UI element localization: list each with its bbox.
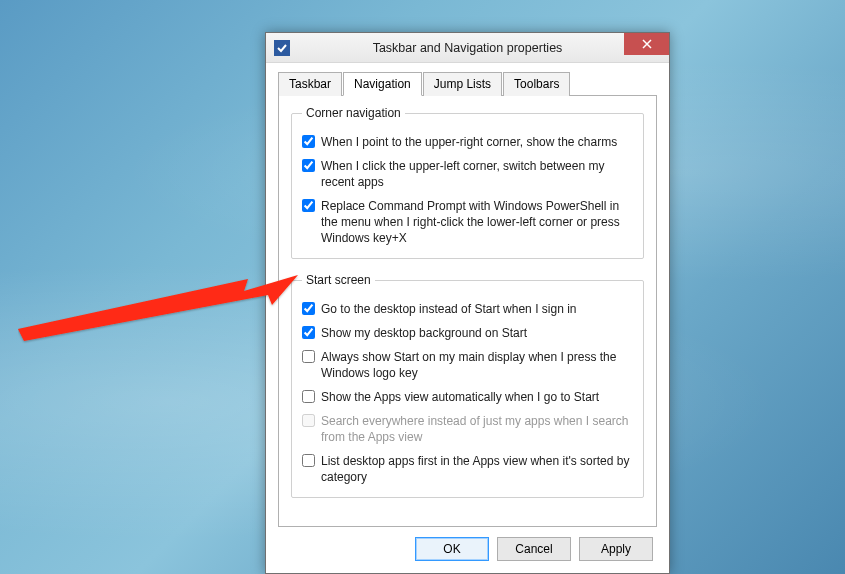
checkbox-desktop-bg-on-start[interactable] [302, 326, 315, 339]
option-recent-apps[interactable]: When I click the upper-left corner, swit… [302, 158, 633, 190]
checkbox-desktop-on-signin[interactable] [302, 302, 315, 315]
checkbox-search-everywhere [302, 414, 315, 427]
option-label: Go to the desktop instead of Start when … [321, 301, 577, 317]
ok-button[interactable]: OK [415, 537, 489, 561]
option-desktop-on-signin[interactable]: Go to the desktop instead of Start when … [302, 301, 633, 317]
option-label: When I click the upper-left corner, swit… [321, 158, 633, 190]
checkbox-apps-view-auto[interactable] [302, 390, 315, 403]
checkbox-list-desktop-first[interactable] [302, 454, 315, 467]
group-legend: Start screen [302, 273, 375, 287]
tab-toolbars[interactable]: Toolbars [503, 72, 570, 96]
option-start-main-display[interactable]: Always show Start on my main display whe… [302, 349, 633, 381]
option-apps-view-auto[interactable]: Show the Apps view automatically when I … [302, 389, 633, 405]
group-legend: Corner navigation [302, 106, 405, 120]
group-corner-navigation: Corner navigation When I point to the up… [291, 106, 644, 259]
checkbox-recent-apps[interactable] [302, 159, 315, 172]
checkbox-charms[interactable] [302, 135, 315, 148]
option-label: Replace Command Prompt with Windows Powe… [321, 198, 633, 246]
option-list-desktop-first[interactable]: List desktop apps first in the Apps view… [302, 453, 633, 485]
option-powershell[interactable]: Replace Command Prompt with Windows Powe… [302, 198, 633, 246]
dialog-buttons: OK Cancel Apply [278, 527, 657, 561]
properties-dialog: Taskbar and Navigation properties Taskba… [265, 32, 670, 574]
tab-strip: Taskbar Navigation Jump Lists Toolbars [278, 71, 657, 96]
close-icon [642, 39, 652, 49]
cancel-button[interactable]: Cancel [497, 537, 571, 561]
option-label: Search everywhere instead of just my app… [321, 413, 633, 445]
group-start-screen: Start screen Go to the desktop instead o… [291, 273, 644, 498]
option-desktop-bg-on-start[interactable]: Show my desktop background on Start [302, 325, 633, 341]
tab-jump-lists[interactable]: Jump Lists [423, 72, 502, 96]
option-label: When I point to the upper-right corner, … [321, 134, 617, 150]
window-title: Taskbar and Navigation properties [290, 41, 669, 55]
option-label: List desktop apps first in the Apps view… [321, 453, 633, 485]
apply-button[interactable]: Apply [579, 537, 653, 561]
tab-taskbar[interactable]: Taskbar [278, 72, 342, 96]
option-search-everywhere: Search everywhere instead of just my app… [302, 413, 633, 445]
option-label: Show my desktop background on Start [321, 325, 527, 341]
tab-panel-navigation: Corner navigation When I point to the up… [278, 96, 657, 527]
titlebar: Taskbar and Navigation properties [266, 33, 669, 63]
option-label: Show the Apps view automatically when I … [321, 389, 599, 405]
checkbox-powershell[interactable] [302, 199, 315, 212]
tab-navigation[interactable]: Navigation [343, 72, 422, 96]
option-charms[interactable]: When I point to the upper-right corner, … [302, 134, 633, 150]
close-button[interactable] [624, 33, 669, 55]
checkbox-start-main-display[interactable] [302, 350, 315, 363]
app-icon [274, 40, 290, 56]
dialog-content: Taskbar Navigation Jump Lists Toolbars C… [266, 63, 669, 573]
option-label: Always show Start on my main display whe… [321, 349, 633, 381]
